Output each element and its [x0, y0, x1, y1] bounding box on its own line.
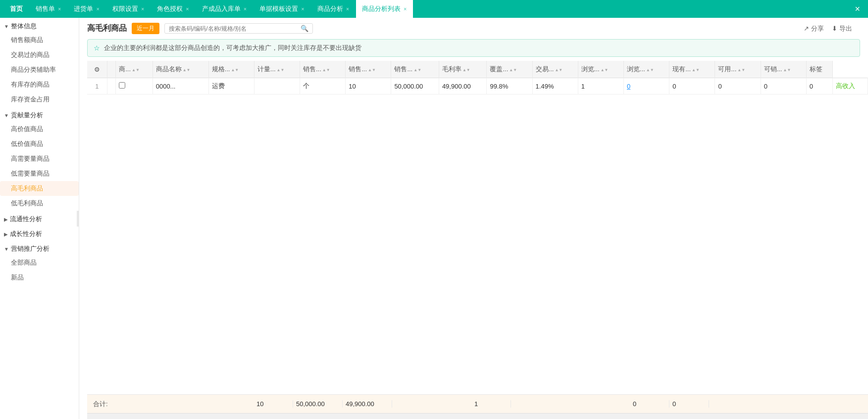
header-actions: ↗ 分享 ⬇ 导出: [804, 24, 860, 33]
col-header-unit[interactable]: 计量...▲▼: [254, 61, 300, 78]
sidebar-item-new-products[interactable]: 新品: [0, 270, 79, 285]
content-area: 高毛利商品 近一月 🔍 ↗ 分享 ⬇ 导出 ☆ 企业的主要的利润都是这部分商品创…: [79, 18, 868, 419]
footer-cells: 10 50,000.00 49,900.00 1 0 0: [115, 400, 868, 408]
sidebar-item-product-analysis-assist[interactable]: 商品分类辅助率: [0, 62, 79, 77]
nav-tab-home[interactable]: 首页: [4, 0, 29, 18]
col-header-browse2[interactable]: 浏览...▲▼: [624, 61, 669, 78]
sort-icons: ▲▼: [692, 68, 700, 72]
sort-icons: ▲▼: [601, 68, 609, 72]
sidebar-item-high-demand[interactable]: 高需要量商品: [0, 151, 79, 166]
col-header-spec[interactable]: 规格...▲▼: [208, 61, 254, 78]
info-icon: ☆: [94, 44, 100, 52]
nav-tab-product-analysis-list[interactable]: 商品分析列表×: [356, 0, 412, 18]
col-header-name[interactable]: 商品名称▲▼: [153, 61, 208, 78]
footer-sales-amount: 50,000.00: [293, 400, 343, 408]
page-title: 高毛利商品: [87, 23, 127, 34]
close-tab-icon[interactable]: ×: [404, 6, 407, 12]
sidebar-item-low-value[interactable]: 低价值商品: [0, 137, 79, 151]
sidebar-section-treasure-analysis[interactable]: ▼贡献量分析: [0, 107, 79, 122]
nav-tab-label: 产成品入库单: [202, 4, 241, 13]
col-header-gross-margin[interactable]: 毛利率▲▼: [439, 61, 487, 78]
cell-transactions: 1: [578, 78, 623, 94]
nav-tab-order-template[interactable]: 单据模板设置×: [254, 0, 310, 18]
col-header-sales-amount[interactable]: 销售...▲▼: [346, 61, 391, 78]
browse1-link[interactable]: 0: [627, 83, 630, 90]
cell-browse1: 0: [624, 78, 669, 94]
export-label: 导出: [839, 24, 852, 33]
col-header-sales-qty[interactable]: 销售...▲▼: [300, 61, 345, 78]
col-header-coverage[interactable]: 覆盖...▲▼: [487, 61, 532, 78]
nav-tab-label: 商品分析列表: [362, 4, 401, 13]
sidebar-item-high-value[interactable]: 高价值商品: [0, 122, 79, 137]
sidebar-section-overall-info[interactable]: ▼整体信息: [0, 18, 79, 33]
col-header-browse1[interactable]: 浏览...▲▼: [578, 61, 623, 78]
section-label: 整体信息: [11, 22, 37, 31]
search-icon: 🔍: [301, 25, 308, 32]
col-header-code[interactable]: 商...▲▼: [116, 61, 153, 78]
col-header-available[interactable]: 可用...▲▼: [715, 61, 761, 78]
cell-coverage: 1.49%: [532, 78, 578, 94]
sidebar-section-marketing-analysis[interactable]: ▼营销推广分析: [0, 240, 79, 255]
nav-tab-label: 权限设置: [112, 4, 138, 13]
nav-tab-sales-order[interactable]: 销售单×: [30, 0, 67, 18]
sidebar-section-flow-analysis[interactable]: ▶流通性分析: [0, 211, 79, 226]
col-header-tag: 标签: [806, 61, 832, 78]
close-tab-icon[interactable]: ×: [141, 6, 144, 12]
sidebar-item-traded-products[interactable]: 交易过的商品: [0, 47, 79, 62]
nav-tab-product-stock[interactable]: 产成品入库单×: [196, 0, 253, 18]
sidebar-item-stock-capital-ratio[interactable]: 库存资金占用: [0, 92, 79, 107]
footer-sales-cost: 49,900.00: [343, 400, 392, 408]
cell-code: 0000...: [153, 78, 208, 94]
sidebar-collapse-button[interactable]: «: [77, 211, 79, 227]
col-header-sellable[interactable]: 可销...▲▼: [761, 61, 806, 78]
sidebar-item-products-in-stock[interactable]: 有库存的商品: [0, 77, 79, 92]
share-button[interactable]: ↗ 分享: [804, 24, 824, 33]
close-tab-icon[interactable]: ×: [96, 6, 99, 12]
cell-tag: 高收入: [832, 78, 868, 94]
nav-tab-label: 首页: [10, 4, 23, 13]
sidebar-item-all-products[interactable]: 全部商品: [0, 255, 79, 270]
col-header-current-stock[interactable]: 现有...▲▼: [669, 61, 715, 78]
horizontal-scrollbar[interactable]: [87, 413, 868, 419]
sidebar-section-growth-analysis[interactable]: ▶成长性分析: [0, 226, 79, 240]
close-tab-icon[interactable]: ×: [301, 6, 304, 12]
close-tab-icon[interactable]: ×: [244, 6, 247, 12]
sort-icons: ▲▼: [413, 68, 421, 72]
footer-available: 0: [630, 400, 669, 408]
section-label: 贡献量分析: [11, 111, 43, 120]
nav-tab-product-analysis[interactable]: 商品分析×: [311, 0, 355, 18]
col-header-settings: ⚙: [87, 61, 107, 78]
nav-tab-role-permission[interactable]: 角色授权×: [151, 0, 195, 18]
export-button[interactable]: ⬇ 导出: [832, 24, 852, 33]
filter-month-button[interactable]: 近一月: [132, 23, 159, 34]
sidebar-item-low-margin[interactable]: 低毛利商品: [0, 196, 79, 211]
nav-tab-label: 商品分析: [317, 4, 343, 13]
nav-tab-permission-settings[interactable]: 权限设置×: [106, 0, 150, 18]
row-checkbox[interactable]: [119, 82, 125, 89]
close-tab-icon[interactable]: ×: [346, 6, 349, 12]
section-arrow-icon: ▼: [4, 246, 9, 252]
content-header: 高毛利商品 近一月 🔍 ↗ 分享 ⬇ 导出: [87, 18, 868, 39]
sort-icons: ▲▼: [646, 68, 654, 72]
close-tab-icon[interactable]: ×: [58, 6, 61, 12]
col-header-sales-cost[interactable]: 销售...▲▼: [391, 61, 439, 78]
row-index: 1: [87, 78, 107, 94]
section-arrow-icon: ▶: [4, 232, 8, 237]
sidebar-item-high-margin[interactable]: 高毛利商品: [0, 181, 79, 196]
top-navigation: 首页销售单×进货单×权限设置×角色授权×产成品入库单×单据模板设置×商品分析×商…: [0, 0, 868, 18]
footer-sales-qty: 10: [254, 400, 293, 408]
search-input[interactable]: [169, 25, 298, 32]
sidebar-item-sales-ranking[interactable]: 销售额商品: [0, 33, 79, 47]
close-tab-icon[interactable]: ×: [186, 6, 189, 12]
sort-icons: ▲▼: [277, 68, 285, 72]
cell-settings: [107, 78, 116, 94]
section-label: 流通性分析: [10, 215, 42, 224]
sort-icons: ▲▼: [462, 68, 470, 72]
nav-tab-purchase-order[interactable]: 进货单×: [68, 0, 105, 18]
close-all-tabs-button[interactable]: ×: [851, 4, 864, 14]
footer-total-label: 合计:: [87, 400, 115, 409]
sidebar: « ▼整体信息销售额商品交易过的商品商品分类辅助率有库存的商品库存资金占用▼贡献…: [0, 18, 79, 419]
sidebar-item-low-demand[interactable]: 低需要量商品: [0, 166, 79, 181]
cell-available: 0: [761, 78, 806, 94]
col-header-transactions[interactable]: 交易...▲▼: [532, 61, 578, 78]
